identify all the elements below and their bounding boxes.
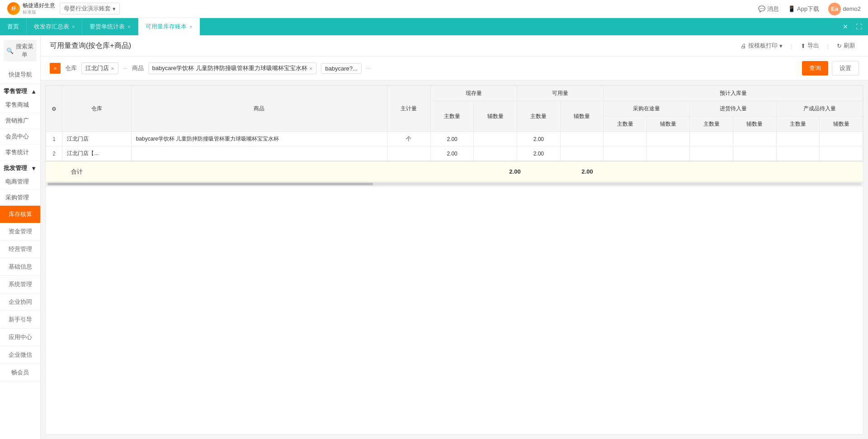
setting-button[interactable]: 设置 [832,61,859,76]
tab-home-label: 首页 [7,23,19,31]
product1-remove-icon[interactable]: × [309,65,313,72]
message-label: 消息 [767,5,779,13]
basics-label: 基础信息 [9,263,32,270]
industry-selector[interactable]: 母婴行业演示账套 ▾ [60,3,120,14]
th-current-aux-qty: 辅数量 [474,101,517,132]
logo-icon: 好 [7,2,20,15]
row-2-purchase-aux [646,146,690,161]
expand-filter-btn[interactable]: » [50,63,61,74]
ecommerce-label: 电商管理 [5,178,29,185]
enterprise-label: 企业协同 [9,298,32,305]
top-bar-left: 好 畅捷通好生意 标准版 母婴行业演示账套 ▾ [7,2,120,15]
row-1-product: babycare学饮杯 儿童防摔防撞吸管杯重力球吸嘴杯宝宝水杯 [131,132,387,146]
product-filter-tag1[interactable]: babycare学饮杯 儿童防摔防撞吸管杯重力球吸嘴杯宝宝水杯 × [148,62,317,74]
sidebar-item-retail-mall[interactable]: 零售商城 [0,97,40,113]
sidebar-item-finance[interactable]: 资金管理 [0,223,40,241]
th-purchase-in-transit: 采购在途量 [604,101,690,117]
tab-order-stats[interactable]: 要货单统计表 × [82,18,138,35]
tab-available-stock-close[interactable]: × [189,24,192,29]
sidebar-section-retail[interactable]: 零售管理 ▲ [0,84,40,97]
row-2-incoming-aux [733,146,777,161]
tab-receive-summary[interactable]: 收发存汇总表 × [27,18,82,35]
warehouse-filter-tag[interactable]: 江北门店 × [81,62,118,74]
close-window-icon[interactable]: ✕ [840,21,851,32]
product-filter-label: 商品 [132,64,144,72]
apps-label: 应用中心 [9,334,32,340]
refresh-btn[interactable]: ↻ 刷新 [833,40,859,52]
sidebar-item-wechat[interactable]: 企业微信 [0,346,40,364]
refresh-icon: ↻ [837,42,842,49]
filter-bar: » 仓库 江北门店 × ··· 商品 babycare学饮杯 儿童防摔防撞吸管杯… [41,57,868,80]
query-button[interactable]: 查询 [802,61,828,76]
th-available: 可用量 [517,86,604,101]
main-layout: 🔍 搜索菜单 快捷导航 零售管理 ▲ 零售商城 营销推广 会员中心 零售统计 批… [0,35,868,439]
tab-home[interactable]: 首页 [0,18,27,35]
sidebar-search-area: 🔍 搜索菜单 [0,35,40,66]
industry-label: 母婴行业演示账套 [64,5,111,13]
sidebar-item-quick-nav[interactable]: 快捷导航 [0,66,40,84]
scroll-thumb[interactable] [47,183,373,185]
app-download-btn[interactable]: 📱 App下载 [788,5,819,13]
search-menu-btn[interactable]: 🔍 搜索菜单 [4,40,37,61]
message-btn[interactable]: 💬 消息 [758,5,779,13]
scroll-track [47,183,861,185]
sidebar-retail-label: 零售管理 [4,87,27,95]
footer-purchase-main [642,169,678,175]
warehouse-more-icon[interactable]: ··· [123,65,127,71]
sidebar-item-marketing[interactable]: 营销推广 [0,113,40,129]
purchase-label: 采购管理 [5,194,29,201]
th-current-stock: 现存量 [430,86,517,101]
product-filter-tag2[interactable]: babycare?... [321,63,362,74]
row-2-current-aux [474,146,517,161]
product-more-icon[interactable]: ··· [366,65,371,71]
sidebar-item-inventory[interactable]: 库存核算 [0,206,40,223]
sidebar-item-purchase[interactable]: 采购管理 [0,190,40,206]
export-label: 导出 [807,42,819,50]
table-row: 2 江北门店【... 2.00 2.00 [46,146,863,161]
table-container: ⚙ 仓库 商品 主计量 现存量 可用量 预计入库量 主数量 辅数量 主数量 辅数… [45,85,863,434]
th-gear[interactable]: ⚙ [46,86,62,132]
horizontal-scrollbar[interactable] [46,181,863,187]
sidebar-item-enterprise[interactable]: 企业协同 [0,293,40,311]
divider2: | [827,42,829,49]
tab-receive-summary-close[interactable]: × [72,24,75,29]
sidebar-item-operations[interactable]: 经营管理 [0,241,40,258]
fullscreen-icon[interactable]: ⛶ [854,21,864,32]
app-icon: 📱 [788,5,795,12]
footer-available-aux [605,169,642,175]
warehouse-remove-icon[interactable]: × [111,65,114,72]
content-area: 可用量查询(按仓库+商品) 🖨 按模板打印 ▾ | ⬆ 导出 | ↻ 刷新 [41,35,868,439]
sidebar-item-system[interactable]: 系统管理 [0,276,40,293]
row-2-purchase-main [604,146,647,161]
th-finished-pending: 产成品待入量 [776,101,863,117]
row-1-purchase-main [604,132,647,146]
row-2-incoming-main [690,146,733,161]
top-bar: 好 畅捷通好生意 标准版 母婴行业演示账套 ▾ 💬 消息 📱 App下载 Ea … [0,0,868,18]
sidebar-item-member-pro[interactable]: 畅会员 [0,364,40,382]
row-1-serial: 1 [46,132,62,146]
product-tag-value2: babycare?... [325,65,358,72]
print-btn[interactable]: 🖨 按模板打印 ▾ [737,40,786,52]
table-row: 1 江北门店 babycare学饮杯 儿童防摔防撞吸管杯重力球吸嘴杯宝宝水杯 个… [46,132,863,146]
th-incoming: 进货待入量 [690,101,776,117]
user-area[interactable]: Ea demo2 [828,3,861,15]
table-footer: 合计 2.00 2.00 [46,161,863,181]
export-btn[interactable]: ⬆ 导出 [797,40,823,52]
th-finished-aux: 辅数量 [820,117,863,132]
footer-current-total: 2.00 [497,165,533,178]
sidebar-section-wholesale[interactable]: 批发管理 ▼ [0,160,40,174]
sidebar-item-member[interactable]: 会员中心 [0,129,40,145]
row-1-incoming-aux [733,132,777,146]
sidebar-item-apps[interactable]: 应用中心 [0,329,40,346]
divider1: | [791,42,792,49]
tab-available-stock[interactable]: 可用量库存账本 × [138,18,200,35]
sidebar-item-basics[interactable]: 基础信息 [0,258,40,276]
page-header: 可用量查询(按仓库+商品) 🖨 按模板打印 ▾ | ⬆ 导出 | ↻ 刷新 [41,35,868,57]
sidebar-item-guide[interactable]: 新手引导 [0,311,40,329]
sidebar-item-retail-stats[interactable]: 零售统计 [0,145,40,160]
tab-order-stats-close[interactable]: × [127,24,130,29]
wholesale-label: 批发管理 [4,164,27,172]
th-incoming-main: 主数量 [690,117,733,132]
th-purchase-main: 主数量 [604,117,647,132]
sidebar-item-ecommerce[interactable]: 电商管理 [0,174,40,190]
